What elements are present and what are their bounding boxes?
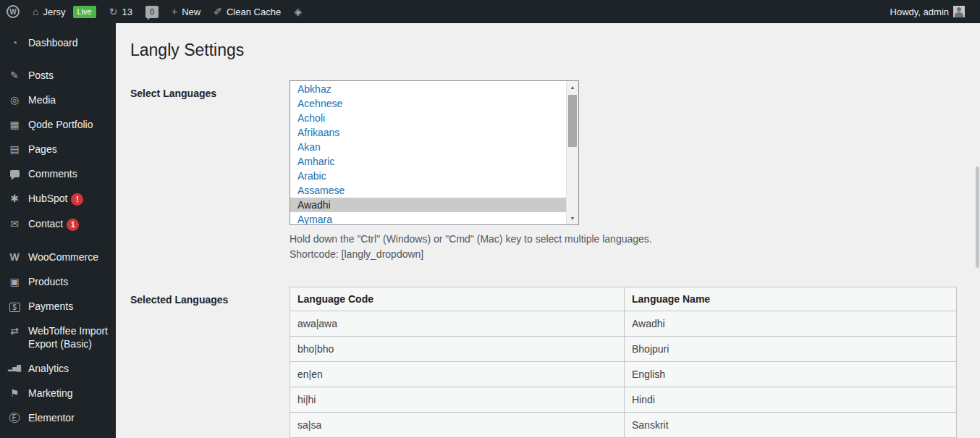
updates-menu[interactable]: ↻ 13 bbox=[103, 0, 139, 23]
language-code-cell: en|en bbox=[290, 361, 625, 387]
elementor-menu[interactable]: ◈ bbox=[287, 0, 308, 23]
sidebar-item-label: Posts bbox=[28, 69, 110, 82]
envelope-icon: ✉ bbox=[7, 217, 22, 230]
updates-count: 13 bbox=[122, 7, 132, 17]
scroll-up-icon[interactable]: ▲ bbox=[567, 81, 578, 93]
language-option[interactable]: Akan bbox=[290, 140, 566, 154]
sidebar-item-products[interactable]: ▣ Products bbox=[0, 269, 116, 294]
sidebar-item-label: Analytics bbox=[28, 362, 110, 375]
contact-count-badge: 1 bbox=[67, 219, 79, 231]
comments-bubble-icon: 0 bbox=[145, 6, 159, 18]
bar-chart-icon: ▂▅█ bbox=[7, 362, 22, 375]
table-row: en|en English bbox=[290, 361, 957, 387]
language-option[interactable]: Amharic bbox=[290, 154, 566, 169]
sidebar-item-payments[interactable]: $ Payments bbox=[0, 294, 116, 319]
language-code-cell: hi|hi bbox=[290, 387, 625, 412]
sidebar-item-label: HubSpot! bbox=[28, 192, 110, 206]
scroll-track[interactable] bbox=[567, 93, 578, 212]
sidebar-item-label: Pages bbox=[28, 143, 110, 156]
language-option[interactable]: Arabic bbox=[290, 169, 566, 183]
payments-icon: $ bbox=[7, 300, 22, 313]
sidebar-item-woocommerce[interactable]: W WooCommerce bbox=[0, 245, 116, 269]
sidebar-item-label: Elementor bbox=[28, 411, 110, 424]
sidebar-item-dashboard[interactable]: ◔ Dashboard bbox=[0, 30, 116, 55]
elementor-icon: Ⓔ bbox=[7, 411, 22, 424]
menu-separator bbox=[0, 237, 116, 245]
import-export-icon: ⇄ bbox=[7, 324, 22, 337]
sidebar-item-elementor[interactable]: Ⓔ Elementor bbox=[0, 405, 116, 430]
clean-cache-button[interactable]: ✐ Clean Cache bbox=[207, 0, 287, 23]
page-scrollbar[interactable] bbox=[975, 23, 980, 438]
sidebar-item-analytics[interactable]: ▂▅█ Analytics bbox=[0, 356, 116, 381]
language-name-header: Language Name bbox=[625, 287, 957, 311]
scroll-down-icon[interactable]: ▼ bbox=[567, 212, 578, 224]
sidebar-item-label: Contact1 bbox=[28, 217, 110, 231]
table-row: hi|hi Hindi bbox=[290, 387, 957, 412]
sidebar-item-label: WebToffee Import Export (Basic) bbox=[28, 324, 110, 350]
page-title: Langly Settings bbox=[130, 33, 958, 64]
products-icon: ▣ bbox=[7, 275, 22, 288]
language-option[interactable]: Acehnese bbox=[290, 96, 566, 111]
language-name-cell: Awadhi bbox=[625, 311, 957, 336]
sidebar-item-webtoffee-import-export[interactable]: ⇄ WebToffee Import Export (Basic) bbox=[0, 319, 116, 356]
sidebar-item-qode-portfolio[interactable]: ▦ Qode Portfolio bbox=[0, 112, 116, 137]
language-name-cell: Bhojpuri bbox=[625, 336, 957, 361]
sidebar-item-label: WooCommerce bbox=[28, 250, 110, 264]
table-row: sa|sa Sanskrit bbox=[290, 412, 957, 437]
sidebar-item-media[interactable]: ◎ Media bbox=[0, 88, 116, 112]
sidebar-item-posts[interactable]: ✎ Posts bbox=[0, 63, 116, 88]
site-name: Jersy bbox=[43, 7, 65, 17]
sidebar-item-hubspot[interactable]: ✱ HubSpot! bbox=[0, 186, 116, 211]
language-code-cell: sa|sa bbox=[290, 412, 625, 437]
language-name-cell: Sanskrit bbox=[625, 412, 957, 437]
language-option-selected[interactable]: Awadhi bbox=[290, 198, 566, 212]
woocommerce-icon: W bbox=[7, 250, 22, 264]
language-code-header: Language Code bbox=[290, 287, 625, 311]
sidebar-item-pages[interactable]: ▤ Pages bbox=[0, 137, 116, 161]
table-row: bho|bho Bhojpuri bbox=[290, 336, 957, 361]
sidebar-item-contact[interactable]: ✉ Contact1 bbox=[0, 211, 116, 237]
languages-listbox[interactable]: Abkhaz Acehnese Acholi Afrikaans Akan Am… bbox=[290, 80, 579, 225]
pages-icon: ▤ bbox=[7, 143, 22, 156]
comments-count: 0 bbox=[150, 7, 154, 16]
site-name-menu[interactable]: ⌂ Jersy Live bbox=[26, 0, 103, 23]
select-languages-label: Select Languages bbox=[130, 80, 290, 100]
new-content-menu[interactable]: + New bbox=[165, 0, 207, 23]
language-option[interactable]: Afrikaans bbox=[290, 125, 566, 140]
listbox-scrollbar[interactable]: ▲ ▼ bbox=[566, 81, 578, 224]
sidebar-item-label: Qode Portfolio bbox=[28, 118, 110, 131]
updates-icon: ↻ bbox=[109, 7, 118, 17]
live-badge: Live bbox=[73, 6, 96, 18]
select-languages-field: Abkhaz Acehnese Acholi Afrikaans Akan Am… bbox=[290, 80, 652, 262]
home-icon: ⌂ bbox=[33, 7, 38, 17]
language-name-cell: Hindi bbox=[625, 387, 957, 412]
page-scroll-thumb[interactable] bbox=[976, 167, 979, 268]
sidebar-item-label: Products bbox=[28, 275, 110, 288]
multi-select-help-text: Hold down the "Ctrl" (Windows) or "Cmd" … bbox=[290, 232, 652, 247]
comments-menu[interactable]: 0 bbox=[139, 0, 165, 23]
clean-cache-label: Clean Cache bbox=[227, 7, 281, 17]
selected-languages-table: Language Code Language Name awa|awa Awad… bbox=[290, 287, 957, 438]
sidebar-item-marketing[interactable]: ⚑ Marketing bbox=[0, 381, 116, 405]
sidebar-item-label: Marketing bbox=[28, 387, 110, 400]
media-icon: ◎ bbox=[7, 93, 22, 106]
selected-languages-label: Selected Languages bbox=[130, 287, 290, 306]
my-account-menu[interactable]: Howdy, admin bbox=[884, 0, 971, 23]
hubspot-alert-badge: ! bbox=[71, 193, 83, 206]
menu-separator bbox=[0, 55, 116, 63]
sidebar-item-label: Payments bbox=[28, 300, 110, 313]
language-option[interactable]: Assamese bbox=[290, 183, 566, 198]
sidebar-item-comments[interactable]: Comments bbox=[0, 161, 116, 186]
language-option[interactable]: Acholi bbox=[290, 111, 566, 125]
hubspot-icon: ✱ bbox=[7, 192, 22, 205]
main-content: Langly Settings Select Languages Abkhaz … bbox=[116, 23, 974, 438]
language-option[interactable]: Abkhaz bbox=[290, 82, 566, 96]
wordpress-logo-icon: W bbox=[7, 5, 20, 18]
scroll-thumb[interactable] bbox=[568, 95, 577, 147]
wordpress-menu[interactable]: W bbox=[0, 0, 26, 23]
language-option[interactable]: Aymara bbox=[290, 212, 566, 225]
howdy-text: Howdy, admin bbox=[890, 7, 949, 17]
posts-icon: ✎ bbox=[7, 69, 22, 82]
avatar bbox=[953, 6, 965, 17]
dashboard-icon: ◔ bbox=[7, 36, 22, 49]
